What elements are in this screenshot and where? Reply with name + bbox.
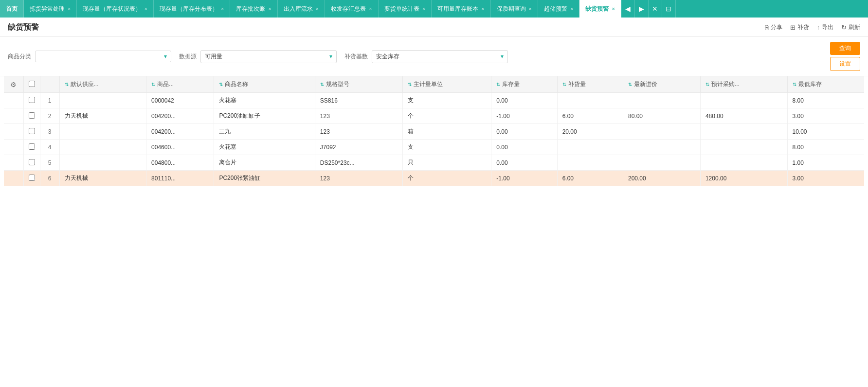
col-settings: ⚙ [4, 76, 23, 93]
tab-available-ledger[interactable]: 可用量库存账本 × [432, 0, 490, 18]
datasource-dropdown-icon: ▾ [329, 53, 332, 60]
row-settings [4, 124, 23, 140]
tab-close-icon[interactable]: × [68, 6, 71, 12]
table-header-row: ⚙ ⇅ 默认供应... ⇅ 商 [4, 76, 864, 93]
row-index: 5 [40, 155, 59, 171]
category-select[interactable]: ▾ [35, 51, 171, 62]
sort-icon: ⇅ [562, 82, 566, 87]
export-label: 导出 [822, 23, 833, 32]
col-unit-header[interactable]: ⇅ 主计量单位 [402, 76, 491, 93]
tab-close-icon[interactable]: × [529, 6, 532, 12]
tab-home[interactable]: 首页 [0, 0, 24, 18]
col-spec-header[interactable]: ⇅ 规格型号 [315, 76, 402, 93]
row-checkbox[interactable] [29, 175, 35, 181]
tab-next-button[interactable]: ▶ [635, 0, 649, 18]
restock-basis-select[interactable]: 安全库存 ▾ [372, 50, 508, 63]
export-icon: ↑ [817, 24, 820, 31]
row-product-name: 三九 [214, 124, 315, 140]
col-product-name-header[interactable]: ⇅ 商品名称 [214, 76, 315, 93]
tab-close-icon[interactable]: × [144, 6, 147, 12]
tab-label: 超储预警 [544, 5, 567, 13]
table-row: 4 004600... 火花塞 J7092 支 0.00 8.00 [4, 140, 864, 155]
col-restock-qty-header[interactable]: ⇅ 补货量 [557, 76, 623, 93]
tab-label: 出入库流水 [284, 5, 313, 13]
row-min-stock: 8.00 [787, 93, 864, 108]
row-est-purchase: 480.00 [700, 108, 787, 124]
tab-expand-button[interactable]: ⊟ [662, 0, 676, 18]
row-index: 1 [40, 93, 59, 108]
refresh-button[interactable]: ↻ 刷新 [841, 23, 860, 32]
row-settings [4, 93, 23, 108]
tab-close-icon[interactable]: × [221, 6, 224, 12]
row-settings [4, 140, 23, 155]
row-default-supplier: 力天机械 [59, 108, 146, 124]
tab-stock-dist[interactable]: 现存量（库存分布表） × [154, 0, 230, 18]
category-label: 商品分类 [8, 53, 31, 61]
row-unit: 个 [402, 108, 491, 124]
tab-close-icon[interactable]: × [316, 6, 319, 12]
tab-label: 保质期查询 [497, 5, 526, 13]
row-spec: DS250*23c... [315, 155, 402, 171]
col-min-stock-header[interactable]: ⇅ 最低库存 [787, 76, 864, 93]
row-min-stock: 1.00 [787, 155, 864, 171]
col-stock-qty-header[interactable]: ⇅ 库存量 [491, 76, 557, 93]
tab-shortage[interactable]: 缺货预警 × [579, 0, 621, 18]
row-latest-price [623, 155, 701, 171]
row-latest-price [623, 124, 701, 140]
settings-button[interactable]: 设置 [830, 57, 860, 71]
row-checkbox[interactable] [29, 112, 35, 119]
tab-close-icon[interactable]: × [481, 6, 484, 12]
tab-overstock[interactable]: 超储预警 × [538, 0, 579, 18]
row-product-code: 004600... [146, 140, 214, 155]
row-product-name: 火花塞 [214, 93, 315, 108]
row-restock-qty: 6.00 [557, 108, 623, 124]
tab-close-icon[interactable]: × [570, 6, 573, 12]
row-checkbox[interactable] [29, 97, 35, 103]
tab-close-all-button[interactable]: ✕ [649, 0, 662, 18]
row-default-supplier [59, 140, 146, 155]
row-restock-qty [557, 155, 623, 171]
main-content: 缺货预警 ⎘ 分享 ⊞ 补货 ↑ 导出 ↻ 刷新 商品分类 [0, 18, 868, 387]
col-checkbox-header [23, 76, 40, 93]
share-button[interactable]: ⎘ 分享 [765, 23, 782, 32]
row-product-code: 004200... [146, 124, 214, 140]
tab-inout-flow[interactable]: 出入库流水 × [278, 0, 325, 18]
tab-label: 库存批次账 [236, 5, 265, 13]
tab-batch-account[interactable]: 库存批次账 × [230, 0, 277, 18]
column-settings-icon[interactable]: ⚙ [10, 81, 17, 88]
restock-basis-filter: 补货基数 安全库存 ▾ [344, 50, 508, 63]
col-default-supplier-header[interactable]: ⇅ 默认供应... [59, 76, 146, 93]
tab-close-icon[interactable]: × [268, 6, 271, 12]
sort-icon: ⇅ [65, 82, 69, 87]
export-button[interactable]: ↑ 导出 [817, 23, 834, 32]
table-row: 2 力天机械 004200... PC200油缸缸子 123 个 -1.00 6… [4, 108, 864, 124]
query-button[interactable]: 查询 [830, 42, 860, 55]
col-product-code-header[interactable]: ⇅ 商品... [146, 76, 214, 93]
restock-button[interactable]: ⊞ 补货 [790, 23, 809, 32]
row-unit: 个 [402, 171, 491, 186]
row-checkbox[interactable] [29, 128, 35, 134]
tab-req-stats[interactable]: 要货单统计表 × [379, 0, 432, 18]
col-header-label: 商品... [157, 80, 174, 88]
row-checkbox[interactable] [29, 159, 35, 165]
row-product-name: 离合片 [214, 155, 315, 171]
tab-prev-button[interactable]: ◀ [621, 0, 635, 18]
tab-stock-status[interactable]: 现存量（库存状况表） × [77, 0, 153, 18]
data-table: ⚙ ⇅ 默认供应... ⇅ 商 [4, 76, 864, 186]
tab-close-icon[interactable]: × [612, 6, 615, 12]
restock-basis-label: 补货基数 [344, 53, 368, 61]
datasource-select[interactable]: 可用量 ▾ [200, 50, 337, 63]
row-spec: 123 [315, 171, 402, 186]
select-all-checkbox[interactable] [29, 81, 35, 87]
row-product-name: PC200张紧油缸 [214, 171, 315, 186]
row-checkbox[interactable] [29, 143, 35, 150]
tab-receive-summary[interactable]: 收发存汇总表 × [325, 0, 378, 18]
col-est-purchase-header[interactable]: ⇅ 预计采购... [700, 76, 787, 93]
row-restock-qty: 20.00 [557, 124, 623, 140]
tab-close-icon[interactable]: × [369, 6, 372, 12]
tab-close-icon[interactable]: × [422, 6, 425, 12]
col-header-label: 最低库存 [798, 80, 822, 88]
col-latest-price-header[interactable]: ⇅ 最新进价 [623, 76, 701, 93]
tab-abnormal[interactable]: 拣货异常处理 × [24, 0, 77, 18]
tab-expiry-query[interactable]: 保质期查询 × [491, 0, 538, 18]
